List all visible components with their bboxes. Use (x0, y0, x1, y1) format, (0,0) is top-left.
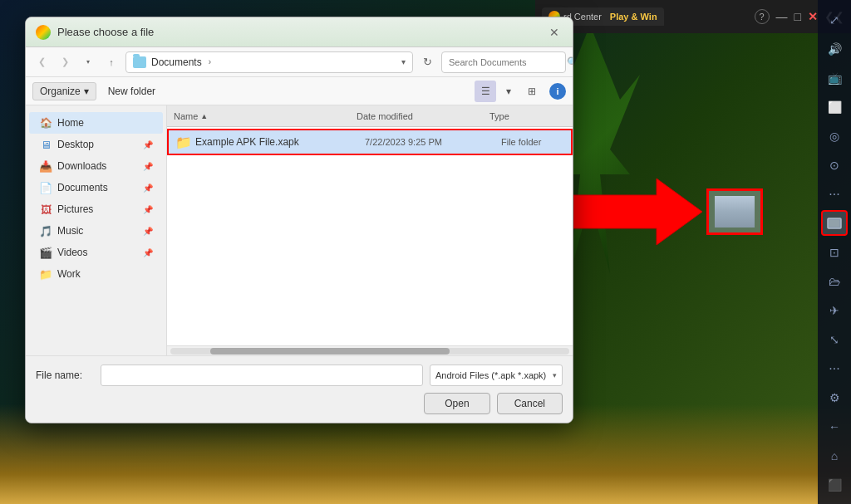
search-box[interactable]: 🔍 (441, 51, 566, 73)
file-list-header: Name ▲ Date modified Type (167, 105, 573, 127)
cancel-button[interactable]: Cancel (497, 393, 563, 414)
sidebar-icon-volume[interactable]: 🔊 (821, 36, 848, 61)
sidebar-item-downloads[interactable]: 📥 Downloads 📌 (29, 155, 163, 177)
annotation-arrow (573, 174, 763, 249)
svg-rect-1 (829, 220, 839, 227)
svg-marker-2 (573, 179, 702, 245)
column-header-date[interactable]: Date modified (357, 111, 489, 121)
sidebar-icon-globe[interactable]: ◎ (821, 123, 848, 149)
scrollbar-thumb[interactable] (210, 348, 450, 355)
sidebar-item-desktop[interactable]: 🖥 Desktop 📌 (29, 134, 163, 155)
filename-row: File name: Android Files (*.apk *.xapk) … (36, 365, 563, 386)
sidebar-icon-screen[interactable]: ⬜ (821, 94, 848, 120)
table-row[interactable]: 📁 Example APK File.xapk 7/22/2023 9:25 P… (167, 129, 573, 155)
desktop-pin-icon: 📌 (143, 140, 153, 149)
sidebar-label-work: Work (57, 268, 81, 280)
music-icon: 🎵 (39, 224, 52, 237)
dialog-bottom: File name: Android Files (*.apk *.xapk) … (26, 355, 573, 423)
sidebar-item-home[interactable]: 🏠 Home (29, 112, 163, 134)
file-name: Example APK File.xapk (195, 136, 362, 148)
column-header-type[interactable]: Type (489, 111, 566, 121)
dialog-content: 🏠 Home 🖥 Desktop 📌 📥 Downloads 📌 📄 Docum… (26, 105, 573, 355)
organize-btn[interactable]: Organize ▾ (32, 82, 96, 100)
search-icon: 🔍 (567, 56, 573, 68)
sidebar-icon-capture[interactable]: ⊡ (821, 239, 848, 265)
sidebar-icon-tv[interactable]: 📺 (821, 65, 848, 91)
sidebar-icon-circle[interactable]: ⊙ (821, 152, 848, 178)
red-arrow-svg (573, 174, 706, 249)
filename-input[interactable] (101, 365, 423, 386)
sidebar-label-downloads: Downloads (57, 160, 106, 172)
sidebar-icon-resize[interactable]: ⤡ (821, 326, 848, 352)
dialog-app-icon (36, 25, 51, 40)
pictures-pin-icon: 📌 (143, 205, 153, 214)
browser-close-btn[interactable]: ✕ (808, 10, 818, 23)
red-target-box (706, 188, 763, 235)
address-bar[interactable]: Documents › ▾ (125, 51, 413, 73)
organize-label: Organize (40, 86, 81, 97)
address-dropdown-arrow[interactable]: ▾ (401, 57, 406, 66)
downloads-pin-icon: 📌 (143, 162, 153, 171)
file-icon-folder: 📁 (175, 134, 192, 150)
organize-dropdown-icon: ▾ (84, 86, 89, 97)
view-dropdown-btn[interactable]: ▾ (498, 81, 519, 102)
minimize-btn[interactable]: — (776, 10, 788, 23)
sidebar-icon-dots1[interactable]: ··· (821, 181, 848, 207)
search-input[interactable] (449, 57, 563, 67)
dialog-buttons: Open Cancel (36, 393, 563, 414)
right-sidebar: ⤢ 🔊 📺 ⬜ ◎ ⊙ ··· ⊡ 🗁 ✈ ⤡ ··· ⚙ ← ⌂ ⬛ (818, 0, 851, 504)
help-btn[interactable]: ? (755, 9, 770, 24)
nav-dropdown-btn[interactable]: ▾ (79, 53, 97, 71)
nav-forward-btn[interactable]: ❯ (56, 53, 74, 71)
dialog-title: Please choose a file (57, 26, 539, 38)
sidebar-item-music[interactable]: 🎵 Music 📌 (29, 220, 163, 242)
sidebar-icon-folder[interactable]: 🗁 (821, 268, 848, 294)
sidebar-item-documents[interactable]: 📄 Documents 📌 (29, 177, 163, 198)
sidebar-icon-dots2[interactable]: ··· (821, 355, 848, 381)
view-tiles-btn[interactable]: ⊞ (521, 81, 543, 102)
refresh-btn[interactable]: ↻ (418, 53, 436, 71)
maximize-btn[interactable]: □ (794, 10, 801, 23)
file-date: 7/22/2023 9:25 PM (365, 137, 498, 147)
address-text: Documents (151, 56, 202, 68)
sidebar-item-work[interactable]: 📁 Work (29, 263, 163, 285)
sidebar-icon-overview[interactable]: ⬛ (821, 472, 848, 497)
target-inner-image (715, 196, 755, 228)
dialog-close-btn[interactable]: ✕ (546, 24, 563, 41)
sidebar-label-documents: Documents (57, 182, 108, 193)
open-button[interactable]: Open (424, 393, 489, 414)
filetype-text: Android Files (*.apk *.xapk) (435, 370, 549, 380)
filetype-dropdown[interactable]: Android Files (*.apk *.xapk) ▾ (430, 365, 563, 386)
sidebar-icon-back[interactable]: ← (821, 413, 848, 439)
sidebar-label-music: Music (57, 225, 83, 237)
file-list: 📁 Example APK File.xapk 7/22/2023 9:25 P… (167, 127, 573, 345)
new-folder-btn[interactable]: New folder (103, 83, 160, 100)
view-list-btn[interactable]: ☰ (475, 81, 496, 102)
sidebar-icon-screenshot[interactable] (821, 210, 848, 236)
horizontal-scrollbar[interactable] (167, 345, 573, 355)
sidebar-item-pictures[interactable]: 🖼 Pictures 📌 (29, 198, 163, 220)
sidebar-item-videos[interactable]: 🎬 Videos 📌 (29, 242, 163, 263)
documents-pin-icon: 📌 (143, 183, 153, 193)
nav-back-btn[interactable]: ❮ (32, 53, 51, 71)
sidebar-icon-expand[interactable]: ⤢ (821, 7, 848, 32)
col-name-label: Name (174, 111, 198, 121)
sidebar-label-videos: Videos (57, 247, 87, 258)
sidebar-icon-settings[interactable]: ⚙ (821, 384, 848, 410)
sidebar-label-desktop: Desktop (57, 139, 94, 150)
col-sort-icon: ▲ (200, 112, 208, 120)
address-folder-icon (133, 56, 146, 68)
sidebar-label-pictures: Pictures (57, 203, 93, 215)
column-header-name[interactable]: Name ▲ (174, 111, 357, 121)
sidebar-icon-home[interactable]: ⌂ (821, 443, 848, 468)
sidebar-icon-airplane[interactable]: ✈ (821, 297, 848, 323)
work-icon: 📁 (39, 267, 52, 281)
info-btn[interactable]: i (549, 83, 566, 100)
dialog-title-bar: Please choose a file ✕ (26, 17, 573, 47)
address-separator: › (209, 57, 211, 66)
downloads-icon: 📥 (39, 159, 52, 173)
home-icon: 🏠 (39, 116, 52, 130)
play-win-label: Play & Win (610, 12, 657, 22)
nav-up-btn[interactable]: ↑ (102, 53, 121, 71)
nav-panel: 🏠 Home 🖥 Desktop 📌 📥 Downloads 📌 📄 Docum… (26, 105, 167, 355)
